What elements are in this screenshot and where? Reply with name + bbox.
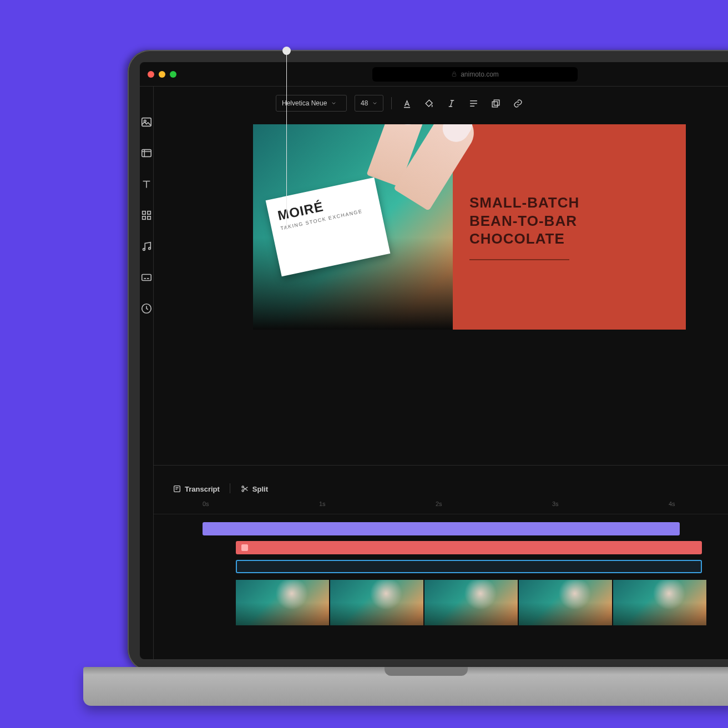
toolbar-separator [391, 97, 392, 109]
image-clip[interactable] [236, 560, 702, 573]
headline-line-3: CHOCOLATE [469, 230, 669, 248]
clock-icon [140, 302, 153, 315]
highlight-button[interactable] [422, 96, 436, 110]
svg-point-17 [242, 490, 244, 492]
preview-image: MOIRÉ TAKING STOCK EXCHANGE [253, 124, 453, 330]
audio-tab[interactable] [140, 240, 153, 253]
video-tab[interactable] [140, 146, 153, 160]
sidebar [140, 87, 154, 659]
time-mark: 4s [669, 501, 728, 507]
app-screen: animoto.com Helvetica Neue 48 [140, 62, 728, 659]
font-family-label: Helvetica Neue [282, 99, 327, 107]
video-frame [330, 580, 423, 625]
product-card: MOIRÉ TAKING STOCK EXCHANGE [266, 178, 391, 277]
split-button[interactable]: Split [240, 484, 268, 493]
chevron-down-icon [331, 101, 336, 106]
time-tab[interactable] [140, 302, 153, 315]
font-size-select[interactable]: 48 [355, 95, 383, 112]
split-label: Split [252, 485, 268, 493]
canvas[interactable]: MOIRÉ TAKING STOCK EXCHANGE SMALL-BATCH … [154, 120, 728, 465]
headline-line-2: BEAN-TO-BAR [469, 212, 669, 230]
svg-rect-4 [143, 211, 146, 215]
svg-point-16 [242, 486, 244, 488]
svg-rect-6 [143, 216, 146, 220]
svg-point-9 [149, 247, 151, 250]
svg-rect-1 [142, 118, 151, 127]
text-toolbar: Helvetica Neue 48 [154, 87, 728, 120]
video-icon [140, 147, 153, 159]
text-icon [140, 178, 153, 190]
minimize-window-button[interactable] [159, 71, 165, 78]
headline-panel[interactable]: SMALL-BATCH BEAN-TO-BAR CHOCOLATE [453, 124, 686, 330]
transcript-icon [173, 484, 181, 493]
subtitle-icon [140, 271, 153, 284]
time-mark: 3s [552, 501, 669, 507]
svg-rect-7 [148, 216, 151, 220]
music-icon [140, 240, 153, 252]
font-size-label: 48 [361, 99, 368, 107]
align-button[interactable] [466, 96, 481, 110]
video-frame [424, 580, 518, 625]
time-ruler[interactable]: 0s 1s 2s 3s 4s [154, 493, 728, 514]
address-bar[interactable]: animoto.com [372, 67, 578, 82]
time-mark: 2s [436, 501, 552, 507]
subtitle-tab[interactable] [140, 271, 153, 284]
layer-icon [491, 98, 501, 109]
scissors-icon [240, 484, 249, 493]
laptop-bezel: animoto.com Helvetica Neue 48 [128, 50, 728, 671]
elements-icon [140, 209, 153, 221]
timeline-toolbar: Transcript Split [154, 466, 728, 493]
svg-rect-13 [492, 102, 498, 107]
image-tab[interactable] [140, 115, 153, 129]
text-tab[interactable] [140, 178, 153, 191]
lock-icon [451, 71, 457, 77]
playhead[interactable] [286, 62, 287, 230]
style-button[interactable] [444, 96, 458, 110]
svg-rect-14 [494, 100, 499, 105]
main-area: Helvetica Neue 48 MOIRÉ TAKING STO [154, 87, 728, 659]
svg-rect-5 [148, 211, 151, 215]
svg-rect-10 [142, 275, 151, 281]
image-icon [140, 116, 153, 128]
close-window-button[interactable] [148, 71, 154, 78]
text-color-button[interactable] [400, 96, 414, 110]
link-button[interactable] [510, 96, 525, 110]
headline-line-1: SMALL-BATCH [469, 194, 669, 212]
elements-tab[interactable] [140, 209, 153, 222]
svg-rect-0 [452, 74, 456, 77]
svg-rect-12 [404, 107, 410, 108]
laptop-mockup: animoto.com Helvetica Neue 48 [128, 50, 728, 671]
clip-thumb-icon [241, 544, 248, 551]
url-text: animoto.com [461, 70, 499, 78]
maximize-window-button[interactable] [170, 71, 176, 78]
video-frame [519, 580, 612, 625]
transcript-label: Transcript [185, 485, 220, 493]
align-icon [468, 98, 479, 109]
video-frame [236, 580, 329, 625]
italic-icon [446, 98, 457, 109]
browser-titlebar: animoto.com [140, 62, 728, 87]
video-clip[interactable] [236, 580, 728, 625]
timeline-tracks [154, 514, 728, 659]
editor-app: Helvetica Neue 48 MOIRÉ TAKING STO [140, 87, 728, 659]
chevron-down-icon [372, 101, 377, 106]
transcript-button[interactable]: Transcript [173, 484, 220, 493]
timeline-panel: Transcript Split 0s 1s 2s 3s 4s [154, 465, 728, 659]
text-clip[interactable] [203, 522, 680, 535]
time-mark: 0s [203, 501, 319, 507]
layer-button[interactable] [488, 96, 503, 110]
window-controls [148, 71, 176, 78]
shape-clip[interactable] [236, 541, 702, 554]
headline-divider [469, 259, 569, 260]
text-color-icon [402, 98, 412, 109]
link-icon [513, 98, 523, 109]
video-preview[interactable]: MOIRÉ TAKING STOCK EXCHANGE SMALL-BATCH … [253, 124, 686, 330]
toolbar-separator [230, 483, 230, 493]
fill-icon [424, 98, 434, 109]
svg-point-8 [143, 249, 145, 251]
laptop-base [83, 667, 728, 706]
svg-rect-3 [142, 150, 151, 157]
video-frame [613, 580, 706, 625]
time-mark: 1s [319, 501, 436, 507]
